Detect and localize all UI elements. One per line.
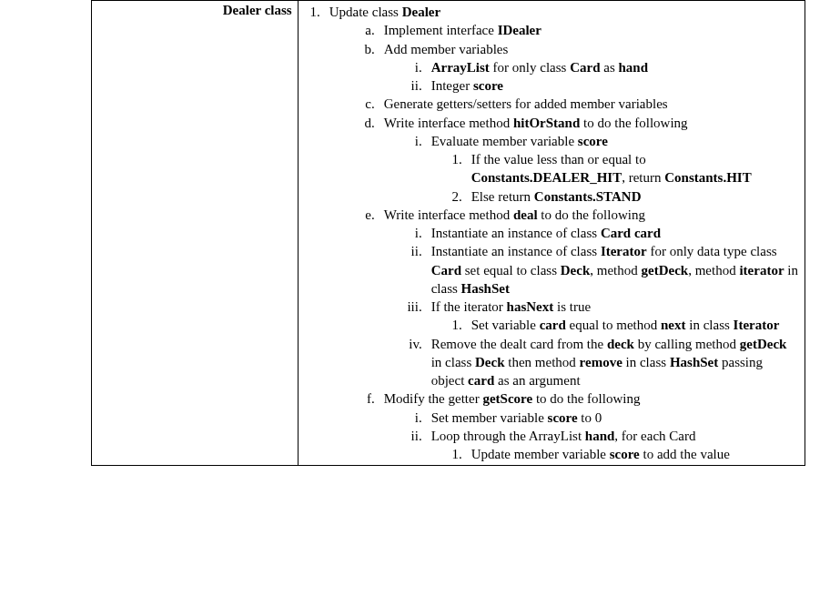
text-run: score [473,78,503,93]
text-run: Iterator [601,244,647,258]
list-item: i.Evaluate member variable score [304,132,799,150]
text-run: to add the value [640,447,730,461]
list-content: Write interface method deal to do the fo… [384,206,799,224]
text-run: remove [580,355,622,369]
list-marker: i. [402,58,422,76]
list-marker: i. [402,132,422,150]
text-run: in class [686,318,734,332]
list-content: Write interface method hitOrStand to do … [384,114,799,132]
text-run: , return [622,170,664,185]
text-run: If the iterator [431,299,507,314]
list-marker: f. [359,389,375,408]
text-run: in class [622,355,670,369]
row-header-text: Dealer class [223,3,292,17]
text-run: IDealer [498,23,541,37]
text-run: Loop through the ArrayList [431,429,585,443]
text-run: If the value less than or equal to [471,152,646,167]
text-run: score [578,134,608,148]
list-item: f.Modify the getter getScore to do the f… [304,389,799,408]
text-run: then method [505,355,580,369]
list-item: c.Generate getters/setters for added mem… [304,95,799,113]
text-run: Update class [329,5,402,19]
text-run: hitOrStand [513,116,580,130]
text-run: Set member variable [431,410,548,425]
text-run: Card [431,263,461,278]
list-marker: iii. [402,298,422,316]
list-item: 1.Set variable card equal to method next… [304,316,799,334]
list-marker: 1. [446,150,462,168]
list-item: 1.If the value less than or equal to Con… [304,150,799,187]
text-run: Card card [601,226,661,240]
text-run: Dealer [402,5,440,19]
list-marker: iv. [402,335,422,353]
list-content: ArrayList for only class Card as hand [431,58,799,76]
row-content-cell: 1.Update class Dealera.Implement interfa… [298,1,805,466]
table-row: Dealer class 1.Update class Dealera.Impl… [92,1,805,466]
list-content: Instantiate an instance of class Card ca… [431,224,799,242]
list-marker: d. [359,114,375,132]
list-content: Update member variable score to add the … [471,445,799,463]
text-run: Deck [561,263,591,278]
list-marker: 1. [446,445,462,463]
list-content: If the iterator hasNext is true [431,298,799,316]
list-content: Loop through the ArrayList hand, for eac… [431,427,799,445]
list-marker: ii. [402,427,422,445]
list-item: i.Instantiate an instance of class Card … [304,224,799,242]
list-content: Add member variables [384,40,799,58]
text-run: Generate getters/setters for added membe… [384,96,668,111]
text-run: Iterator [734,318,780,332]
list-content: Generate getters/setters for added membe… [384,95,799,113]
text-run: for only data type class [647,244,777,258]
text-run: HashSet [461,281,510,296]
list-marker: 2. [446,187,462,206]
text-run: deal [513,207,538,222]
list-item: e.Write interface method deal to do the … [304,206,799,224]
text-run: card [468,373,494,388]
text-run: by calling method [634,337,740,351]
list-item: a.Implement interface IDealer [304,21,799,39]
text-run: Constants.STAND [534,189,642,204]
text-run: Set variable [471,318,540,332]
text-run: Remove the dealt card from the [431,337,607,351]
list-marker: 1. [304,3,320,21]
text-run: ArrayList [431,60,490,75]
list-item: iii.If the iterator hasNext is true [304,298,799,316]
text-run: for only class [490,60,570,75]
list-item: ii.Integer score [304,76,799,95]
text-run: , for each Card [614,429,695,443]
list-content: Update class Dealer [329,3,799,21]
text-run: hand [619,60,649,75]
text-run: Update member variable [471,447,610,461]
list-content: Evaluate member variable score [431,132,799,150]
list-content: Set member variable score to 0 [431,409,799,427]
text-run: getDeck [740,337,787,351]
text-run: deck [607,337,634,351]
text-run: Instantiate an instance of class [431,244,601,258]
list-marker: a. [359,21,375,39]
text-run: as [601,60,619,75]
text-run: , method [688,263,739,278]
text-run: Write interface method [384,116,513,130]
text-run: score [610,447,640,461]
text-run: to do the following [532,391,640,406]
document-page: Dealer class 1.Update class Dealera.Impl… [0,0,840,466]
list-item: i.ArrayList for only class Card as hand [304,58,799,76]
list-item: 2.Else return Constants.STAND [304,187,799,206]
list-marker: c. [359,95,375,113]
text-run: iterator [739,263,784,278]
list-content: Modify the getter getScore to do the fol… [384,389,799,408]
text-run: hand [585,429,615,443]
text-run: hasNext [507,299,554,314]
text-run: next [661,318,686,332]
list-content: Implement interface IDealer [384,21,799,39]
text-run: Instantiate an instance of class [431,226,601,240]
list-marker: i. [402,224,422,242]
list-item: iv.Remove the dealt card from the deck b… [304,335,799,390]
text-run: , method [590,263,641,278]
text-run: Add member variables [384,42,509,56]
text-run: to do the following [538,207,645,222]
list-item: b.Add member variables [304,40,799,58]
list-item: 1.Update member variable score to add th… [304,445,799,463]
text-run: score [548,410,578,425]
list-marker: i. [402,409,422,427]
